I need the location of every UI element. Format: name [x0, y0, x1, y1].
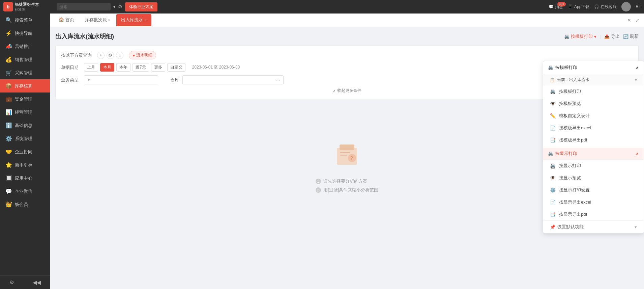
- date-btn-last-month[interactable]: 上月: [84, 63, 98, 72]
- sidebar-item-member[interactable]: 👑 畅会员: [0, 198, 50, 211]
- tip-2: 2 用[过滤]条件来缩小分析范围: [316, 186, 379, 194]
- sidebar-item-basic[interactable]: ℹ️ 基础信息: [0, 119, 50, 132]
- cart-icon: 🛒: [5, 70, 12, 76]
- dropdown-item-display-preview[interactable]: 👁️ 按显示预览: [543, 172, 644, 184]
- online-service-label: 在线客服: [601, 4, 617, 10]
- dropdown-label-template-excel: 按模板导出excel: [559, 125, 591, 131]
- online-service-area[interactable]: 🎧 在线客服: [594, 4, 617, 10]
- date-label: 单据日期: [61, 64, 79, 71]
- window-close-btn[interactable]: ✕: [626, 18, 632, 23]
- trial-button[interactable]: 体验行业方案: [125, 2, 157, 11]
- refresh-btn[interactable]: 🔄 刷新: [623, 33, 639, 40]
- sidebar-item-operation[interactable]: 📊 经营管理: [0, 106, 50, 119]
- tab-batch-account[interactable]: 库存批次账 ×: [80, 14, 115, 26]
- tab-close-flow[interactable]: ×: [144, 18, 146, 22]
- chevron-up-icon-display: ∧: [636, 151, 639, 156]
- sidebar-item-guide[interactable]: 🌟 新手引导: [0, 158, 50, 172]
- collapse-label: 收起更多条件: [337, 88, 361, 94]
- header-right: 💬 消息 99+ 📱 App下载 🎧 在线客服 Rit: [549, 2, 641, 11]
- date-btn-more[interactable]: 更多: [151, 63, 165, 72]
- print-template-btn[interactable]: 🖨️ 按模板打印 ▾: [564, 33, 596, 40]
- ellipsis-icon: ···: [276, 77, 280, 82]
- warehouse-label: 仓库: [170, 77, 179, 83]
- business-type-label: 业务类型: [61, 77, 79, 83]
- dropdown-display-label: 按显示打印: [555, 151, 577, 157]
- sidebar-label-guide: 新手引导: [15, 162, 32, 168]
- tab-home[interactable]: 🏠 首页: [54, 14, 79, 26]
- username-label: Rit: [636, 4, 641, 9]
- date-range-btns: 上月 本月 本年 近7天 更多 自定义: [84, 63, 185, 72]
- sidebar-item-search-menu[interactable]: 🔍 搜索菜单: [0, 14, 50, 27]
- filter-setting-btn[interactable]: ⚙: [107, 52, 114, 59]
- date-btn-this-year[interactable]: 本年: [116, 63, 130, 72]
- user-avatar[interactable]: [621, 2, 631, 11]
- filter-add-btn[interactable]: +: [97, 52, 105, 59]
- date-btn-this-month[interactable]: 本月: [100, 63, 114, 72]
- sidebar-item-marketing[interactable]: 📣 营销推广: [0, 40, 50, 53]
- chevron-down-icon-footer: ▾: [635, 225, 637, 230]
- pdf-d-icon: 📑: [550, 212, 556, 217]
- dropdown-item-display-pdf[interactable]: 📑 按显示导出pdf: [543, 208, 644, 220]
- home-icon: 🏠: [59, 17, 64, 22]
- star-icon: 🌟: [5, 162, 12, 168]
- date-btn-7days[interactable]: 近7天: [133, 63, 149, 72]
- warehouse-select[interactable]: ···: [182, 75, 284, 84]
- flow-tag-label: 流水明细: [136, 52, 152, 58]
- sidebar-label-purchase: 采购管理: [15, 70, 32, 76]
- search-input[interactable]: [57, 3, 111, 10]
- business-type-select[interactable]: ▾: [84, 75, 158, 84]
- dropdown-toggle[interactable]: ▾: [113, 4, 115, 9]
- printer-icon: 🖨️: [564, 34, 569, 39]
- sidebar-item-inventory[interactable]: 📦 库存核算: [0, 79, 50, 93]
- box-icon: 📦: [5, 83, 12, 89]
- dropdown-item-template-pdf[interactable]: 📑 按模板导出pdf: [543, 134, 644, 146]
- app-name: 畅捷通好生意: [15, 2, 39, 7]
- dropdown-item-template-print[interactable]: 🖨️ 按模板打印: [543, 85, 644, 98]
- dropdown-footer-label: 设置默认功能: [557, 224, 584, 230]
- dropdown-item-template-excel[interactable]: 📄 按模板导出excel: [543, 122, 644, 134]
- pdf-icon: 📑: [550, 137, 556, 143]
- chevron-down-icon: ▾: [88, 77, 90, 82]
- svg-rect-2: [340, 152, 350, 153]
- dropdown-footer[interactable]: 📌 设置默认功能 ▾: [543, 220, 644, 233]
- dropdown-item-template-preview[interactable]: 👁️ 按模板预览: [543, 98, 644, 110]
- sidebar-label-marketing: 营销推广: [15, 44, 32, 50]
- dropdown-item-display-excel[interactable]: 📄 按显示导出excel: [543, 196, 644, 208]
- filter-flow-tag[interactable]: ● 流水明细: [129, 51, 156, 59]
- sidebar-collapse-btn[interactable]: ◀◀: [33, 279, 41, 286]
- tab-flow[interactable]: 出入库流水 ×: [116, 14, 151, 26]
- sidebar-item-sales[interactable]: 💰 销售管理: [0, 53, 50, 66]
- dropdown-display-header[interactable]: 🖨️ 按显示打印 ∧: [543, 148, 644, 160]
- content-area: 🏠 首页 库存批次账 × 出入库流水 × ✕ ⤢ 出入库流水(流水明细): [50, 14, 644, 289]
- notification-area[interactable]: 💬 消息 99+: [549, 4, 563, 10]
- filter-collapse-arrow[interactable]: «: [116, 52, 123, 59]
- window-expand-btn[interactable]: ⤢: [635, 18, 640, 23]
- sidebar-item-finance[interactable]: 💼 资金管理: [0, 93, 50, 106]
- collapse-filter-btn[interactable]: ∧ 收起更多条件: [333, 88, 361, 94]
- dropdown-header[interactable]: 🖨️ 按模板打印 ∧: [543, 61, 644, 74]
- lightning-icon: ⚡: [5, 30, 12, 36]
- gear-icon[interactable]: ⚙: [118, 4, 122, 9]
- sidebar-settings-btn[interactable]: ⚙: [9, 279, 14, 286]
- current-icon: 📋: [550, 78, 555, 82]
- filter-section-label: 按以下方案查询: [61, 52, 92, 58]
- sidebar-item-purchase[interactable]: 🛒 采购管理: [0, 66, 50, 79]
- sidebar-item-wechat[interactable]: 💬 企业微信: [0, 185, 50, 198]
- date-btn-custom[interactable]: 自定义: [167, 63, 185, 72]
- sidebar-item-quick-nav[interactable]: ⚡ 快捷导航: [0, 27, 50, 40]
- filter-row-top: 按以下方案查询 + ⚙ « ● 流水明细: [61, 51, 633, 59]
- chevron-down-icon: ▾: [594, 34, 596, 39]
- tab-close-batch[interactable]: ×: [108, 18, 110, 22]
- dropdown-item-template-custom[interactable]: ✏️ 模板自定义设计: [543, 110, 644, 122]
- sidebar-item-apps[interactable]: 🔲 应用中心: [0, 172, 50, 185]
- sidebar-item-collab[interactable]: 🤝 企业协同: [0, 145, 50, 158]
- chat-icon: 💬: [5, 188, 12, 194]
- app-download-area[interactable]: 📱 App下载: [568, 4, 589, 10]
- dropdown-item-display-print-settings[interactable]: ⚙️ 按显示打印设置: [543, 184, 644, 196]
- dropdown-item-display-print[interactable]: 🖨️ 按显示打印: [543, 160, 644, 172]
- dropdown-label-template-pdf: 按模板导出pdf: [559, 137, 587, 143]
- tip-text-1: 请先选择要分析的方案: [323, 179, 367, 184]
- eye-icon: 👁️: [550, 101, 556, 106]
- export-btn[interactable]: 📤 导出: [604, 33, 620, 40]
- sidebar-item-system[interactable]: ⚙️ 系统管理: [0, 132, 50, 145]
